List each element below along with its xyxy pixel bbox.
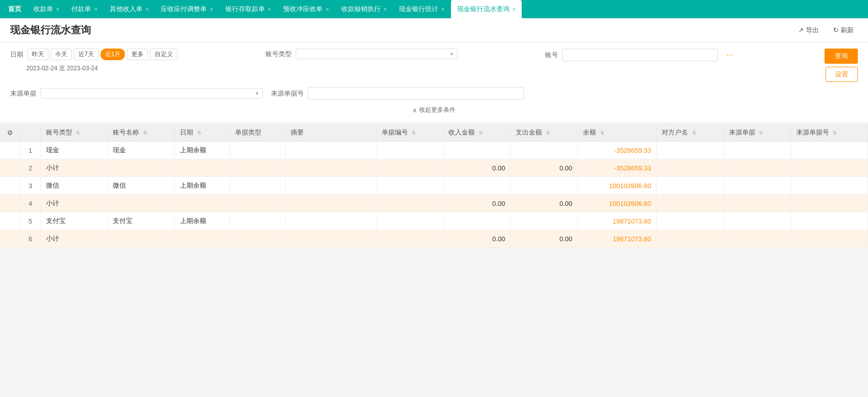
row-doc-no xyxy=(376,177,443,195)
row-source-doc-no xyxy=(791,177,867,195)
table-row: 1现金现金上期余额-3528659.33 xyxy=(0,142,868,159)
row-doc-type xyxy=(230,177,285,195)
nav-tab-advance-offset[interactable]: 预收冲应收单 × xyxy=(277,0,335,18)
row-account-type: 小计 xyxy=(40,230,108,248)
refresh-button[interactable]: ↻ 刷新 xyxy=(829,24,858,37)
row-account-name xyxy=(108,159,175,177)
row-index: 4 xyxy=(20,195,40,212)
filter-area: 日期 昨天 今天 近7天 近1月 更多 自定义 2023-02-24 至 202… xyxy=(0,42,868,123)
row-index: 1 xyxy=(20,142,40,159)
row-income: 0.00 xyxy=(443,159,511,177)
setting-button[interactable]: 设置 xyxy=(826,67,858,82)
sort-source-doc-no-icon: ⇅ xyxy=(833,130,837,136)
th-source-doc[interactable]: 来源单据 ⇅ xyxy=(723,124,791,142)
row-account-type: 微信 xyxy=(40,177,108,195)
th-gear[interactable]: ⚙ xyxy=(0,124,20,142)
account-dots-btn[interactable]: ··· xyxy=(722,50,737,61)
row-balance: -3528659.33 xyxy=(577,142,656,159)
row-source-doc xyxy=(723,230,791,248)
row-source-doc xyxy=(723,195,791,212)
nav-tab-home[interactable]: 首页 xyxy=(2,0,27,18)
date-range-display: 2023-02-24 至 2023-03-24 xyxy=(26,64,177,73)
th-balance[interactable]: 余额 ⇅ xyxy=(577,124,656,142)
th-account-name[interactable]: 账号名称 ⇅ xyxy=(108,124,175,142)
collapse-bar[interactable]: ∧ 收起更多条件 xyxy=(10,104,858,116)
date-btn-today[interactable]: 今天 xyxy=(51,49,72,60)
th-doc-no[interactable]: 单据编号 ⇅ xyxy=(376,124,443,142)
table-body: 1现金现金上期余额-3528659.332小计0.000.00-3528659.… xyxy=(0,142,868,248)
date-btn-custom[interactable]: 自定义 xyxy=(150,49,177,60)
row-doc-no xyxy=(376,230,443,248)
source-doc-select[interactable]: ▾ xyxy=(40,88,263,99)
nav-tab-collection-exec-close[interactable]: × xyxy=(384,6,387,12)
row-summary xyxy=(285,195,376,212)
source-doc-no-input[interactable] xyxy=(308,87,524,100)
nav-tab-receipt-close[interactable]: × xyxy=(56,6,59,12)
date-btn-yesterday[interactable]: 昨天 xyxy=(27,49,49,60)
th-index xyxy=(20,124,40,142)
row-account-type: 小计 xyxy=(40,159,108,177)
th-counterparty[interactable]: 对方户名 ⇅ xyxy=(657,124,724,142)
row-index: 5 xyxy=(20,212,40,230)
nav-tab-other-income-close[interactable]: × xyxy=(146,6,149,12)
table-header-row: ⚙ 账号类型 ⇅ 账号名称 ⇅ 日期 ⇅ 单据类型 xyxy=(0,124,868,142)
table-row: 6小计0.000.0019871073.60 xyxy=(0,230,868,248)
date-btn-more[interactable]: 更多 xyxy=(127,49,148,60)
nav-tab-collection-exec[interactable]: 收款核销执行 × xyxy=(335,0,393,18)
sort-counterparty-icon: ⇅ xyxy=(692,130,696,136)
th-expense[interactable]: 支出金额 ⇅ xyxy=(511,124,578,142)
row-expense: 0.00 xyxy=(511,159,578,177)
table-row: 2小计0.000.00-3528659.33 xyxy=(0,159,868,177)
row-income xyxy=(443,212,511,230)
nav-tab-cash-bank-flow[interactable]: 现金银行流水查询 × xyxy=(451,0,522,18)
nav-tab-ap-adjust-close[interactable]: × xyxy=(210,6,213,12)
nav-tab-cash-bank-stat-close[interactable]: × xyxy=(441,6,444,12)
export-button[interactable]: ↗ 导出 xyxy=(794,24,823,37)
flow-table: ⚙ 账号类型 ⇅ 账号名称 ⇅ 日期 ⇅ 单据类型 xyxy=(0,124,868,248)
nav-tab-payment-close[interactable]: × xyxy=(94,6,97,12)
query-button[interactable]: 查询 xyxy=(825,49,858,64)
row-balance: -3528659.33 xyxy=(577,159,656,177)
row-summary xyxy=(285,230,376,248)
nav-tab-ap-adjust[interactable]: 应收应付调整单 × xyxy=(155,0,219,18)
row-source-doc-no xyxy=(791,212,867,230)
sort-date-icon: ⇅ xyxy=(197,130,201,136)
row-source-doc xyxy=(723,159,791,177)
nav-tab-cash-bank-flow-close[interactable]: × xyxy=(513,6,516,12)
th-account-type[interactable]: 账号类型 ⇅ xyxy=(40,124,108,142)
sort-account-name-icon: ⇅ xyxy=(143,130,147,136)
header-actions: ↗ 导出 ↻ 刷新 xyxy=(794,24,858,37)
nav-tab-advance-offset-close[interactable]: × xyxy=(326,6,329,12)
source-doc-chevron: ▾ xyxy=(256,91,258,96)
nav-tab-bank-deposit[interactable]: 银行存取款单 × xyxy=(219,0,277,18)
row-counterparty xyxy=(657,195,724,212)
nav-tab-other-income[interactable]: 其他收入单 × xyxy=(104,0,155,18)
nav-tab-bank-deposit-close[interactable]: × xyxy=(268,6,271,12)
row-counterparty xyxy=(657,159,724,177)
row-index: 3 xyxy=(20,177,40,195)
row-doc-no xyxy=(376,159,443,177)
row-gear-cell xyxy=(0,142,20,159)
row-index: 6 xyxy=(20,230,40,248)
table-row: 4小计0.000.00100102606.60 xyxy=(0,195,868,212)
th-date[interactable]: 日期 ⇅ xyxy=(175,124,230,142)
date-btn-7days[interactable]: 近7天 xyxy=(74,49,99,60)
nav-tab-receipt[interactable]: 收款单 × xyxy=(27,0,65,18)
account-type-select[interactable]: ▾ xyxy=(296,49,458,59)
nav-tab-cash-bank-stat[interactable]: 现金银行统计 × xyxy=(393,0,450,18)
nav-tab-payment[interactable]: 付款单 × xyxy=(65,0,103,18)
th-source-doc-no[interactable]: 来源单据号 ⇅ xyxy=(791,124,867,142)
refresh-icon: ↻ xyxy=(833,26,839,34)
row-counterparty xyxy=(657,212,724,230)
row-account-type: 支付宝 xyxy=(40,212,108,230)
table-row: 5支付宝支付宝上期余额19871073.60 xyxy=(0,212,868,230)
row-account-name: 现金 xyxy=(108,142,175,159)
nav-tab-other-income-label: 其他收入单 xyxy=(110,5,143,14)
row-doc-type xyxy=(230,142,285,159)
source-doc-label: 来源单据 xyxy=(10,89,36,98)
th-doc-type: 单据类型 xyxy=(230,124,285,142)
th-income[interactable]: 收入金额 ⇅ xyxy=(443,124,511,142)
account-input[interactable] xyxy=(562,49,718,61)
date-btn-1month[interactable]: 近1月 xyxy=(101,49,125,60)
row-account-name xyxy=(108,195,175,212)
